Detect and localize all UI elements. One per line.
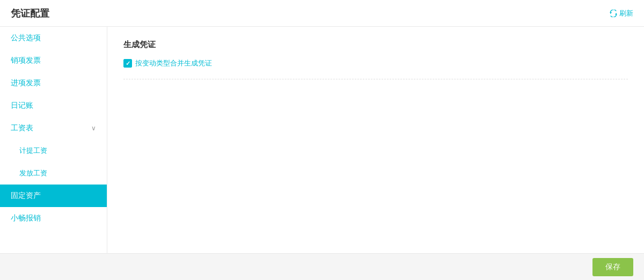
main-layout: 公共选项 销项发票 进项发票 日记账 工资表 ∨ 计提工资 发放工资 固定资产 … <box>0 27 644 253</box>
section-divider <box>123 79 628 79</box>
sidebar-label-payroll-table: 工资表 <box>11 123 33 133</box>
sidebar-label-public-options: 公共选项 <box>11 33 41 43</box>
merge-by-type-checkbox[interactable]: 按变动类型合并生成凭证 <box>123 58 212 68</box>
chevron-down-icon: ∨ <box>91 124 96 132</box>
refresh-label: 刷新 <box>619 9 633 18</box>
page-header: 凭证配置 刷新 <box>0 0 644 27</box>
sidebar: 公共选项 销项发票 进项发票 日记账 工资表 ∨ 计提工资 发放工资 固定资产 … <box>0 27 107 253</box>
sidebar-item-public-options[interactable]: 公共选项 <box>0 27 107 49</box>
section-title: 生成凭证 <box>123 40 628 50</box>
sidebar-item-pay-salary[interactable]: 发放工资 <box>0 162 107 185</box>
sidebar-label-fixed-assets: 固定资产 <box>11 191 41 201</box>
save-button[interactable]: 保存 <box>592 258 633 276</box>
checkbox-box <box>123 59 132 68</box>
sidebar-label-pay-salary: 发放工资 <box>19 168 47 178</box>
refresh-icon <box>610 10 617 17</box>
sidebar-label-journal: 日记账 <box>11 101 33 110</box>
sidebar-item-sales-invoice[interactable]: 销项发票 <box>0 49 107 72</box>
refresh-button[interactable]: 刷新 <box>610 9 633 18</box>
sidebar-label-purchase-invoice: 进项发票 <box>11 78 41 88</box>
sidebar-item-purchase-invoice[interactable]: 进项发票 <box>0 72 107 94</box>
content-area: 生成凭证 按变动类型合并生成凭证 <box>107 27 644 253</box>
page-title: 凭证配置 <box>11 7 49 20</box>
sidebar-item-expense-report[interactable]: 小畅报销 <box>0 207 107 230</box>
sidebar-item-fixed-assets[interactable]: 固定资产 <box>0 185 107 207</box>
sidebar-item-calc-salary[interactable]: 计提工资 <box>0 139 107 162</box>
sidebar-item-payroll-table[interactable]: 工资表 ∨ <box>0 117 107 139</box>
sidebar-label-expense-report: 小畅报销 <box>11 213 41 223</box>
sidebar-item-journal[interactable]: 日记账 <box>0 94 107 117</box>
checkbox-row: 按变动类型合并生成凭证 <box>123 58 628 68</box>
checkbox-label: 按变动类型合并生成凭证 <box>135 58 212 68</box>
page-footer: 保存 <box>0 253 644 280</box>
sidebar-label-sales-invoice: 销项发票 <box>11 56 41 65</box>
sidebar-label-calc-salary: 计提工资 <box>19 146 47 156</box>
